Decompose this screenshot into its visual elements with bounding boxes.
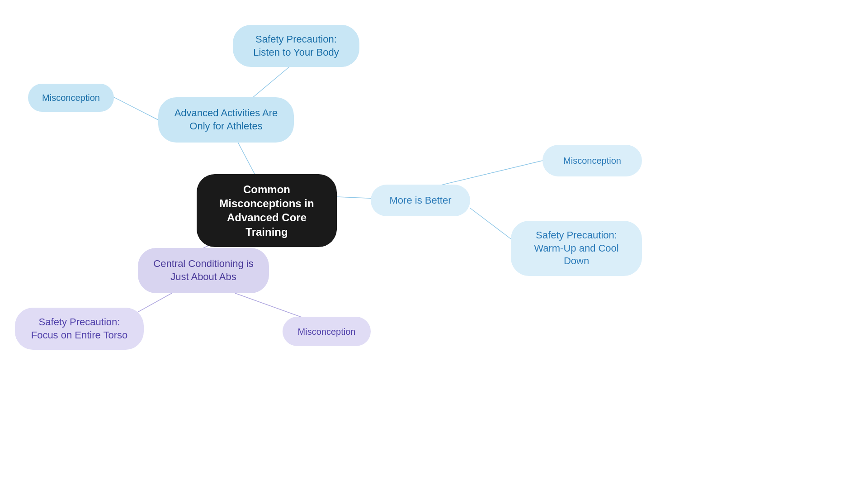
- safety-focus-node: Safety Precaution: Focus on Entire Torso: [15, 308, 144, 350]
- more-label: More is Better: [390, 194, 452, 207]
- conditioning-label: Central Conditioning is Just About Abs: [151, 257, 256, 283]
- misc-topleft-label: Misconception: [42, 92, 100, 104]
- advanced-activities-node: Advanced Activities Are Only for Athlete…: [158, 97, 294, 143]
- safety-warmup-label: Safety Precaution: Warm-Up and Cool Down: [524, 229, 629, 268]
- conditioning-node: Central Conditioning is Just About Abs: [138, 248, 269, 293]
- connections-svg: [0, 0, 868, 490]
- misc-right-label: Misconception: [563, 155, 621, 167]
- central-label: Common Misconceptions in Advanced Core T…: [209, 182, 324, 239]
- safety-focus-label: Safety Precaution: Focus on Entire Torso: [28, 316, 131, 342]
- misconception-bottom-node: Misconception: [283, 317, 371, 346]
- misc-bottom-label: Misconception: [298, 326, 356, 338]
- misconception-right-node: Misconception: [542, 145, 642, 176]
- central-node: Common Misconceptions in Advanced Core T…: [197, 174, 337, 247]
- advanced-label: Advanced Activities Are Only for Athlete…: [171, 107, 281, 133]
- safety-listen-node: Safety Precaution: Listen to Your Body: [233, 25, 359, 67]
- svg-line-2: [114, 97, 158, 120]
- svg-line-5: [470, 208, 511, 239]
- mind-map: Common Misconceptions in Advanced Core T…: [0, 0, 868, 490]
- misconception-topleft-node: Misconception: [28, 84, 114, 112]
- safety-warmup-node: Safety Precaution: Warm-Up and Cool Down: [511, 221, 642, 276]
- safety-top-label: Safety Precaution: Listen to Your Body: [245, 33, 347, 59]
- more-is-better-node: More is Better: [371, 185, 470, 216]
